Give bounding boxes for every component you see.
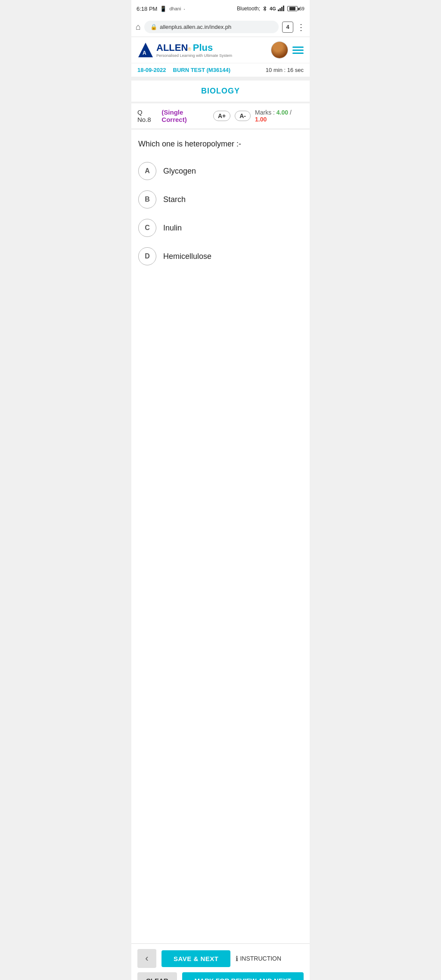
bluetooth-icon-svg bbox=[262, 6, 268, 12]
positive-marks: 4.00 bbox=[276, 109, 288, 116]
signal-text: 4G bbox=[270, 6, 276, 11]
font-decrease-button[interactable]: A- bbox=[235, 111, 251, 121]
instruction-label: INSTRUCTION bbox=[240, 955, 281, 962]
browser-bar: ⌂ 🔒 allenplus.allen.ac.in/index.ph 4 ⋮ bbox=[131, 17, 310, 37]
option-a-circle: A bbox=[138, 162, 156, 180]
option-c-circle: C bbox=[138, 219, 156, 237]
browser-menu-button[interactable]: ⋮ bbox=[297, 22, 305, 32]
option-a-label: A bbox=[145, 167, 150, 175]
status-bar: 6:18 PM 📱 dhani · Bluetooth; 4G 69 bbox=[131, 0, 310, 17]
logo-area: A ALLEN ® Plus Personalised Learning wit… bbox=[137, 42, 232, 58]
lock-icon: 🔒 bbox=[150, 24, 157, 30]
logo-registered: ® bbox=[188, 47, 191, 52]
hamburger-line-3 bbox=[292, 53, 304, 54]
question-header: Q No.8 (Single Correct) A+ A- Marks : 4.… bbox=[131, 103, 310, 129]
section-title: BIOLOGY bbox=[201, 87, 240, 95]
hamburger-menu[interactable] bbox=[292, 47, 304, 54]
option-b-label: B bbox=[145, 196, 150, 203]
signal-bars bbox=[278, 5, 286, 12]
content-spacer bbox=[131, 289, 310, 943]
url-bar[interactable]: 🔒 allenplus.allen.ac.in/index.ph bbox=[144, 21, 279, 33]
tabs-count: 4 bbox=[286, 24, 289, 30]
back-button[interactable]: ‹ bbox=[137, 949, 156, 968]
header-right bbox=[271, 41, 304, 59]
option-b-text: Starch bbox=[163, 195, 186, 204]
question-text: Which one is heteropolymer :- bbox=[138, 138, 303, 150]
avatar-image bbox=[271, 42, 288, 58]
question-type: (Single Correct) bbox=[161, 109, 209, 123]
svg-rect-0 bbox=[278, 9, 279, 11]
svg-rect-3 bbox=[283, 6, 284, 11]
hamburger-line-1 bbox=[292, 47, 304, 48]
option-b-circle: B bbox=[138, 190, 156, 208]
info-icon: ℹ bbox=[236, 955, 238, 963]
bottom-row-primary: ‹ SAVE & NEXT ℹ INSTRUCTION bbox=[137, 949, 304, 968]
option-a-row[interactable]: A Glycogen bbox=[138, 162, 303, 180]
allen-logo-triangle: A bbox=[137, 42, 154, 58]
svg-text:A: A bbox=[143, 50, 146, 56]
network-icon: dhani bbox=[169, 6, 181, 11]
tabs-badge[interactable]: 4 bbox=[282, 22, 293, 33]
option-c-row[interactable]: C Inulin bbox=[138, 219, 303, 237]
logo-llen: LLEN bbox=[163, 42, 188, 53]
bluetooth-icon: Bluetooth; bbox=[237, 6, 260, 12]
main-content: BIOLOGY Q No.8 (Single Correct) A+ A- Ma… bbox=[131, 77, 310, 980]
date-display: 18-09-2022 bbox=[137, 67, 166, 73]
time-display: 6:18 PM bbox=[137, 6, 157, 12]
back-arrow-icon: ‹ bbox=[145, 953, 148, 964]
option-c-text: Inulin bbox=[163, 224, 182, 233]
logo-plus: Plus bbox=[193, 42, 213, 53]
section-header: BIOLOGY bbox=[131, 81, 310, 103]
bottom-action-bar: ‹ SAVE & NEXT ℹ INSTRUCTION CLEAR MARK F… bbox=[131, 943, 310, 980]
sub-header: 18-09-2022 BURN TEST (M36144) 10 min : 1… bbox=[131, 63, 310, 77]
mark-review-button[interactable]: MARK FOR REVIEW AND NEXT bbox=[182, 972, 304, 980]
bottom-row-secondary: CLEAR MARK FOR REVIEW AND NEXT bbox=[137, 972, 304, 980]
option-b-row[interactable]: B Starch bbox=[138, 190, 303, 208]
option-d-text: Hemicellulose bbox=[163, 252, 211, 261]
call-icon: 📱 bbox=[160, 6, 167, 12]
svg-rect-1 bbox=[280, 8, 281, 11]
option-d-row[interactable]: D Hemicellulose bbox=[138, 247, 303, 265]
question-body: Which one is heteropolymer :- A Glycogen… bbox=[131, 130, 310, 289]
hamburger-line-2 bbox=[292, 50, 304, 51]
clear-button[interactable]: CLEAR bbox=[137, 972, 177, 980]
battery-icon bbox=[287, 6, 298, 11]
option-d-label: D bbox=[145, 252, 150, 260]
app-header: A ALLEN ® Plus Personalised Learning wit… bbox=[131, 37, 310, 63]
instruction-button[interactable]: ℹ INSTRUCTION bbox=[236, 955, 281, 963]
option-d-circle: D bbox=[138, 247, 156, 265]
question-number: Q No.8 bbox=[137, 109, 157, 123]
logo-a: A bbox=[156, 42, 163, 53]
url-text: allenplus.allen.ac.in/index.ph bbox=[160, 24, 231, 30]
dot-indicator: · bbox=[183, 6, 185, 12]
marks-separator: / bbox=[290, 109, 292, 116]
option-c-label: C bbox=[145, 224, 150, 232]
battery-percent: 69 bbox=[299, 6, 304, 11]
timer-display: 10 min : 16 sec bbox=[266, 67, 304, 73]
option-a-text: Glycogen bbox=[163, 167, 196, 176]
marks-area: Marks : 4.00 / 1.00 bbox=[255, 109, 304, 123]
logo-subtitle: Personalised Learning with Ultimate Syst… bbox=[156, 53, 232, 58]
save-next-button[interactable]: SAVE & NEXT bbox=[161, 950, 230, 967]
font-increase-button[interactable]: A+ bbox=[213, 111, 230, 121]
negative-marks: 1.00 bbox=[255, 116, 267, 123]
home-button[interactable]: ⌂ bbox=[136, 22, 141, 32]
test-name: BURN TEST (M36144) bbox=[173, 67, 231, 73]
avatar[interactable] bbox=[271, 41, 288, 59]
svg-rect-2 bbox=[281, 7, 283, 11]
marks-label: Marks : bbox=[255, 109, 275, 116]
